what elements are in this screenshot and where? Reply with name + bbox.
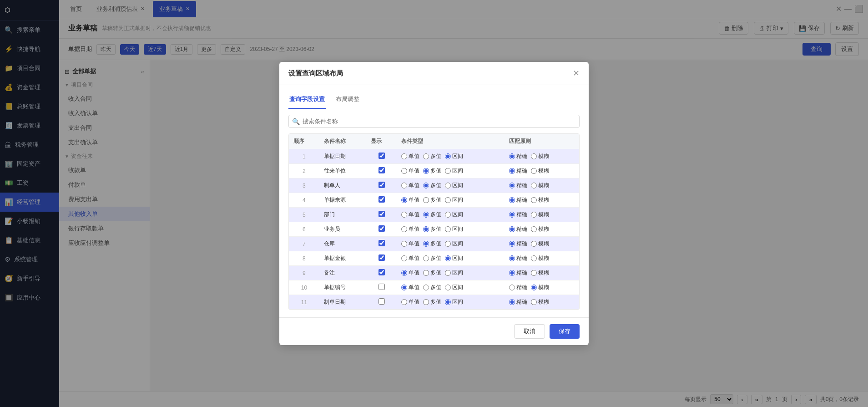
cell-display[interactable]	[366, 222, 397, 237]
cell-display[interactable]	[366, 237, 397, 251]
cond-type-单值-radio[interactable]: 单值	[401, 284, 419, 291]
cond-type-多值-radio[interactable]: 多值	[423, 182, 441, 189]
modal-tab-layout[interactable]: 布局调整	[335, 92, 360, 109]
display-checkbox[interactable]	[378, 198, 385, 204]
cond-type-单值-radio[interactable]: 单值	[401, 254, 419, 262]
cond-type-区间-radio[interactable]: 区间	[445, 240, 463, 248]
modal-search-icon: 🔍	[292, 118, 300, 125]
col-cond-name: 条件名称	[319, 134, 366, 149]
cond-type-多值-radio[interactable]: 多值	[423, 196, 441, 204]
cell-display[interactable]	[366, 251, 397, 266]
cond-type-区间-radio[interactable]: 区间	[445, 269, 463, 277]
cond-type-多值-radio[interactable]: 多值	[423, 225, 441, 233]
cell-display[interactable]	[366, 193, 397, 208]
match-rule-模糊-radio[interactable]: 模糊	[531, 254, 549, 262]
cond-type-label: 多值	[430, 254, 441, 262]
cell-display[interactable]	[366, 178, 397, 193]
cond-type-label: 单值	[409, 284, 419, 291]
cell-display[interactable]	[366, 149, 397, 164]
cond-type-区间-radio[interactable]: 区间	[445, 225, 463, 233]
match-rule-模糊-radio[interactable]: 模糊	[531, 153, 549, 160]
match-rule-模糊-radio[interactable]: 模糊	[531, 284, 549, 291]
modal-table-row: 4 单据来源 单值 多值 区间 精确 模糊	[289, 193, 579, 208]
cond-type-单值-radio[interactable]: 单值	[401, 269, 419, 277]
cond-type-多值-radio[interactable]: 多值	[423, 240, 441, 248]
cell-display[interactable]	[366, 164, 397, 178]
cond-type-单值-radio[interactable]: 单值	[401, 298, 419, 306]
cell-display[interactable]	[366, 280, 397, 295]
match-rule-label: 精确	[516, 298, 527, 306]
modal-save-button[interactable]: 保存	[550, 324, 580, 339]
cond-type-单值-radio[interactable]: 单值	[401, 153, 419, 160]
match-rule-精确-radio[interactable]: 精确	[509, 211, 527, 219]
display-checkbox[interactable]	[378, 270, 385, 277]
cond-type-单值-radio[interactable]: 单值	[401, 225, 419, 233]
display-checkbox[interactable]	[378, 227, 385, 233]
cond-type-多值-radio[interactable]: 多值	[423, 254, 441, 262]
match-rule-精确-radio[interactable]: 精确	[509, 225, 527, 233]
cell-display[interactable]	[366, 266, 397, 280]
match-rule-精确-radio[interactable]: 精确	[509, 254, 527, 262]
cell-order: 2	[289, 164, 319, 178]
cancel-button[interactable]: 取消	[514, 324, 545, 339]
display-checkbox[interactable]	[378, 256, 385, 262]
match-rule-精确-radio[interactable]: 精确	[509, 153, 527, 160]
col-match-rule: 匹配原则	[505, 134, 579, 149]
modal: 设置查询区域布局 ✕ 查询字段设置 布局调整 🔍	[279, 62, 589, 345]
cond-type-单值-radio[interactable]: 单值	[401, 211, 419, 219]
cond-type-区间-radio[interactable]: 区间	[445, 182, 463, 189]
match-rule-精确-radio[interactable]: 精确	[509, 298, 527, 306]
cell-match-rule: 精确 模糊	[505, 178, 579, 193]
match-rule-精确-radio[interactable]: 精确	[509, 240, 527, 248]
display-checkbox[interactable]	[378, 212, 385, 219]
match-rule-精确-radio[interactable]: 精确	[509, 182, 527, 189]
match-rule-模糊-radio[interactable]: 模糊	[531, 182, 549, 189]
match-rule-模糊-radio[interactable]: 模糊	[531, 269, 549, 277]
match-rule-模糊-radio[interactable]: 模糊	[531, 196, 549, 204]
cond-type-label: 区间	[452, 298, 463, 306]
match-rule-模糊-radio[interactable]: 模糊	[531, 298, 549, 306]
cell-display[interactable]	[366, 208, 397, 222]
match-rule-模糊-radio[interactable]: 模糊	[531, 240, 549, 248]
cond-type-区间-radio[interactable]: 区间	[445, 196, 463, 204]
display-checkbox[interactable]	[378, 300, 385, 306]
cell-display[interactable]	[366, 295, 397, 310]
cond-type-区间-radio[interactable]: 区间	[445, 153, 463, 160]
cond-type-单值-radio[interactable]: 单值	[401, 240, 419, 248]
modal-table-row: 11 制单日期 单值 多值 区间 精确 模糊	[289, 295, 579, 310]
cell-name: 单据来源	[319, 193, 366, 208]
cond-type-label: 区间	[452, 153, 463, 160]
modal-search-input[interactable]	[288, 115, 580, 128]
cond-type-多值-radio[interactable]: 多值	[423, 284, 441, 291]
display-checkbox[interactable]	[378, 168, 385, 175]
cond-type-单值-radio[interactable]: 单值	[401, 196, 419, 204]
display-checkbox[interactable]	[378, 154, 385, 160]
display-checkbox[interactable]	[378, 285, 385, 291]
cond-type-多值-radio[interactable]: 多值	[423, 153, 441, 160]
cond-type-区间-radio[interactable]: 区间	[445, 167, 463, 175]
match-rule-精确-radio[interactable]: 精确	[509, 196, 527, 204]
cond-type-多值-radio[interactable]: 多值	[423, 298, 441, 306]
cond-type-label: 单值	[409, 182, 419, 189]
cell-order: 10	[289, 280, 319, 295]
display-checkbox[interactable]	[378, 241, 385, 248]
cond-type-多值-radio[interactable]: 多值	[423, 211, 441, 219]
match-rule-精确-radio[interactable]: 精确	[509, 269, 527, 277]
cond-type-区间-radio[interactable]: 区间	[445, 211, 463, 219]
match-rule-模糊-radio[interactable]: 模糊	[531, 211, 549, 219]
match-rule-精确-radio[interactable]: 精确	[509, 167, 527, 175]
match-rule-模糊-radio[interactable]: 模糊	[531, 225, 549, 233]
match-rule-精确-radio[interactable]: 精确	[509, 284, 527, 291]
cond-type-区间-radio[interactable]: 区间	[445, 254, 463, 262]
match-rule-模糊-radio[interactable]: 模糊	[531, 167, 549, 175]
modal-close-button[interactable]: ✕	[573, 68, 580, 78]
cond-type-多值-radio[interactable]: 多值	[423, 269, 441, 277]
cond-type-多值-radio[interactable]: 多值	[423, 167, 441, 175]
cell-name: 往来单位	[319, 164, 366, 178]
cond-type-区间-radio[interactable]: 区间	[445, 284, 463, 291]
modal-tab-query-fields[interactable]: 查询字段设置	[288, 92, 326, 109]
display-checkbox[interactable]	[378, 183, 385, 189]
cond-type-单值-radio[interactable]: 单值	[401, 182, 419, 189]
cond-type-区间-radio[interactable]: 区间	[445, 298, 463, 306]
cond-type-单值-radio[interactable]: 单值	[401, 167, 419, 175]
